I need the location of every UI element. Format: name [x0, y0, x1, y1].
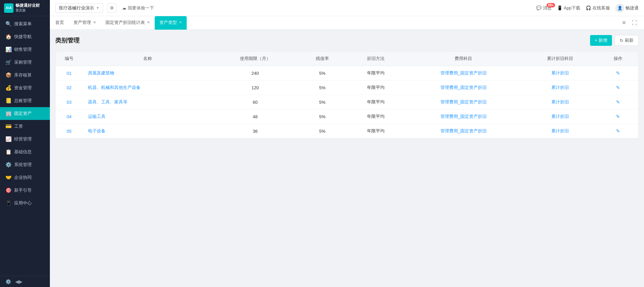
search-icon: 🔍: [5, 21, 11, 27]
close-tab-button[interactable]: ✕: [620, 19, 628, 27]
app-logo: AtA 畅捷通好业财 普及版: [0, 0, 50, 16]
sidebar-footer: ⚙️ ◀▶: [0, 276, 50, 287]
workspace-label: 医疗器械行业演示: [59, 5, 94, 11]
app-download-label: App下载: [564, 5, 580, 11]
table-header-row: 编号 名称 使用期限（月） 残值率 折旧方法 费用科目 累计折旧科目 操作: [56, 52, 638, 66]
cell-method: 年限平均: [347, 81, 405, 95]
edit-button[interactable]: ✎: [616, 99, 620, 105]
sales-icon: 📊: [5, 46, 11, 53]
tab-depreciation-label: 固定资产折旧统计表: [105, 20, 145, 26]
cell-name: 机器、机械和其他生产设备: [83, 81, 213, 95]
feedback-label: 我要体验一下: [128, 5, 154, 11]
sidebar-item-label: 经营管理: [14, 136, 32, 142]
col-actions: 操作: [598, 52, 638, 66]
refresh-icon: ↻: [620, 38, 623, 43]
settings-footer-icon[interactable]: ⚙️: [5, 279, 11, 284]
cell-cost-subject: 管理费用_固定资产折旧: [405, 95, 522, 109]
topbar-settings-button[interactable]: ⚙: [107, 3, 117, 13]
cell-months: 120: [213, 81, 298, 95]
sidebar-item-capital[interactable]: 💰 资金管理: [0, 82, 50, 94]
sidebar-item-cooperation[interactable]: 🤝 企业协同: [0, 171, 50, 184]
cell-action: ✎: [598, 109, 638, 124]
online-service-button[interactable]: 🎧 在线客服: [586, 5, 610, 11]
basic-info-icon: 📋: [5, 149, 11, 155]
cell-cost-subject: 管理费用_固定资产折旧: [405, 66, 522, 81]
tab-asset-type-label: 资产类型: [159, 20, 177, 26]
col-months: 使用期限（月）: [213, 52, 298, 66]
sidebar-item-guide[interactable]: 🎯 新手引导: [0, 184, 50, 197]
tab-depreciation[interactable]: 固定资产折旧统计表 ✕: [101, 16, 155, 30]
maximize-tab-button[interactable]: ⛶: [631, 19, 639, 27]
sidebar-item-quicknav[interactable]: 🏠 快捷导航: [0, 30, 50, 43]
sidebar-item-inventory[interactable]: 📦 库存核算: [0, 69, 50, 82]
topbar-feedback[interactable]: ☁ 我要体验一下: [122, 5, 154, 11]
app-name: 畅捷通好业财: [16, 3, 40, 8]
edit-button[interactable]: ✎: [616, 114, 620, 119]
cell-name: 器具、工具、家具等: [83, 95, 213, 109]
sidebar-item-label: 工资: [14, 123, 23, 129]
tab-asset-type-close[interactable]: ✕: [179, 20, 182, 25]
edit-button[interactable]: ✎: [616, 85, 620, 90]
workspace-selector[interactable]: 医疗器械行业演示 ▼: [55, 3, 103, 13]
cell-cost-subject: 管理费用_固定资产折旧: [405, 124, 522, 138]
tab-asset-type[interactable]: 资产类型 ✕: [155, 16, 187, 30]
sidebar-item-operations[interactable]: 📈 经营管理: [0, 133, 50, 146]
col-cost-subject: 费用科目: [405, 52, 522, 66]
operations-icon: 📈: [5, 136, 11, 142]
capital-icon: 💰: [5, 85, 11, 91]
collapse-icon[interactable]: ◀▶: [15, 279, 23, 284]
cell-months: 36: [213, 124, 298, 138]
download-icon: 📱: [557, 5, 562, 10]
tab-controls: ✕ ⛶: [620, 19, 639, 27]
cell-code: 02: [56, 81, 83, 95]
sidebar-item-purchase[interactable]: 🛒 采购管理: [0, 56, 50, 69]
sidebar-item-label: 快捷导航: [14, 34, 32, 40]
tab-asset-mgmt-close[interactable]: ✕: [93, 20, 96, 25]
tab-depreciation-close[interactable]: ✕: [147, 20, 150, 25]
sidebar-item-label: 采购管理: [14, 59, 32, 65]
table-row: 01 房屋及建筑物 240 5% 年限平均 管理费用_固定资产折旧 累计折旧 ✎: [56, 66, 638, 81]
cell-residual: 5%: [298, 124, 347, 138]
sidebar-item-system[interactable]: ⚙️ 系统管理: [0, 158, 50, 171]
app-version: 普及版: [16, 8, 40, 13]
cell-action: ✎: [598, 95, 638, 109]
tab-home[interactable]: 首页: [55, 16, 69, 30]
system-icon: ⚙️: [5, 162, 11, 168]
cell-months: 60: [213, 95, 298, 109]
sidebar-item-basic-info[interactable]: 📋 基础信息: [0, 146, 50, 158]
sidebar-item-payroll[interactable]: 💳 工资: [0, 120, 50, 133]
notification-button[interactable]: 💬 消息 99+: [536, 5, 552, 11]
sidebar-item-apps[interactable]: 📱 应用中心: [0, 197, 50, 210]
edit-button[interactable]: ✎: [616, 128, 620, 134]
purchase-icon: 🛒: [5, 59, 11, 65]
page-title: 类别管理: [55, 36, 80, 44]
sidebar-item-sales[interactable]: 📊 销售管理: [0, 43, 50, 56]
main-area: 医疗器械行业演示 ▼ ⚙ ☁ 我要体验一下 💬 消息 99+ 📱 App下载 🎧…: [50, 0, 644, 287]
cell-accum-subject: 累计折旧: [522, 81, 598, 95]
sidebar-item-label: 总账管理: [14, 98, 32, 104]
cell-method: 年限平均: [347, 66, 405, 81]
tab-home-label: 首页: [55, 20, 64, 26]
sidebar: AtA 畅捷通好业财 普及版 🔍 搜索菜单 🏠 快捷导航 📊 销售管理 🛒 采购…: [0, 0, 50, 287]
refresh-label: 刷新: [625, 37, 634, 43]
cell-action: ✎: [598, 124, 638, 138]
logo-icon: AtA: [4, 3, 13, 13]
notification-badge: 99+: [547, 3, 555, 7]
fixed-asset-icon: 🏢: [5, 110, 11, 117]
sidebar-item-search[interactable]: 🔍 搜索菜单: [0, 18, 50, 30]
cell-method: 年限平均: [347, 95, 405, 109]
tab-asset-mgmt[interactable]: 资产管理 ✕: [69, 16, 101, 30]
cell-code: 04: [56, 109, 83, 124]
user-menu[interactable]: 👤 畅捷通: [615, 4, 639, 12]
edit-button[interactable]: ✎: [616, 70, 620, 76]
col-name: 名称: [83, 52, 213, 66]
col-code: 编号: [56, 52, 83, 66]
refresh-button[interactable]: ↻ 刷新: [615, 35, 639, 46]
new-button[interactable]: + 新增: [590, 35, 612, 46]
sidebar-item-fixed-asset[interactable]: 🏢 固定资产: [0, 107, 50, 120]
app-download-button[interactable]: 📱 App下载: [557, 5, 580, 11]
sidebar-item-ledger[interactable]: 📒 总账管理: [0, 94, 50, 107]
col-residual: 残值率: [298, 52, 347, 66]
inventory-icon: 📦: [5, 72, 11, 78]
cell-action: ✎: [598, 81, 638, 95]
